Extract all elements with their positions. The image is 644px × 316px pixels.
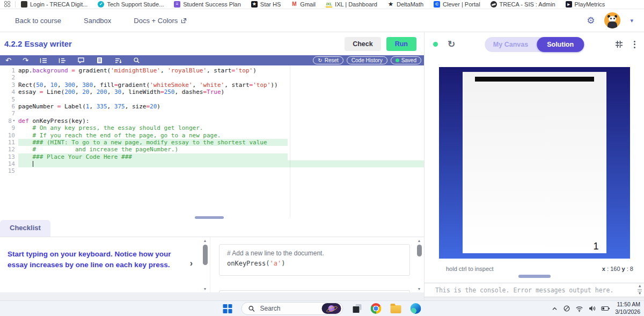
tab-my-canvas[interactable]: My Canvas: [485, 41, 537, 48]
avatar[interactable]: [604, 12, 620, 28]
sandbox-link[interactable]: Sandbox: [84, 17, 111, 25]
redo-icon[interactable]: ↷: [23, 57, 28, 64]
tray-chevron-up-icon[interactable]: [551, 305, 558, 312]
docs-colors-link[interactable]: Docs + Colors: [134, 17, 187, 25]
left-pane: 4.2.2 Essay writer Check Run ↶ ↷: [0, 32, 424, 300]
indent-more-icon[interactable]: [40, 57, 47, 64]
code-line[interactable]: 5: [0, 96, 424, 103]
editor-horizontal-scrollbar[interactable]: [195, 216, 224, 219]
account-dropdown-icon[interactable]: ▾: [630, 17, 633, 24]
code-text: essay = Line(200, 20, 200, 30, lineWidth…: [18, 89, 424, 95]
scrollbar-thumb[interactable]: [417, 245, 422, 256]
code-line[interactable]: 2: [0, 74, 424, 81]
canvas-horizontal-scrollbar[interactable]: [518, 275, 551, 278]
panda-eye-icon: [613, 18, 615, 19]
code-line[interactable]: 1app.background = gradient('midnightBlue…: [0, 67, 424, 74]
inspect-hint: hold ctrl to inspect: [446, 266, 494, 272]
line-number: 14: [0, 160, 18, 167]
speaker-icon[interactable]: [588, 305, 596, 312]
bookmark-clever[interactable]: CClever | Portal: [434, 1, 480, 8]
checklist-scrollbar[interactable]: ▲ ▼: [202, 239, 208, 291]
search-icon: [248, 305, 255, 312]
battery-icon[interactable]: [601, 305, 610, 312]
run-button[interactable]: Run: [386, 37, 416, 51]
bookmark-star-hs[interactable]: ★Star HS: [251, 1, 281, 8]
code-line[interactable]: 8▾def onKeyPress(key):: [0, 117, 424, 124]
reset-button[interactable]: ↻ Reset: [313, 56, 343, 64]
bookmark-playmetrics[interactable]: ▶PlayMetrics: [566, 1, 605, 8]
tab-checklist[interactable]: Checklist: [0, 220, 50, 237]
search-input[interactable]: Search: [241, 302, 343, 315]
wifi-icon[interactable]: [575, 305, 583, 312]
line-number: 9: [0, 124, 18, 131]
canvas-header: ↻ My Canvas Solution: [425, 32, 644, 56]
format-document-icon[interactable]: [96, 57, 103, 64]
code-editor[interactable]: 1app.background = gradient('midnightBlue…: [0, 65, 424, 220]
comment-icon[interactable]: [77, 57, 85, 64]
code-text: [18, 74, 424, 81]
panda-body-icon: [608, 21, 617, 28]
back-to-course-link[interactable]: Back to course: [15, 17, 61, 25]
scroll-down-icon[interactable]: ▼: [639, 292, 641, 296]
code-line[interactable]: 11 ### (HINT: To go to a new page, modif…: [0, 139, 424, 146]
grid-toggle-icon[interactable]: [614, 40, 624, 49]
bookmark-treca-login[interactable]: Login - TRECA Digit...: [21, 1, 87, 8]
scroll-down-icon[interactable]: ▼: [203, 287, 207, 291]
code-line[interactable]: 7: [0, 110, 424, 117]
search-icon[interactable]: [133, 57, 140, 64]
console-scrollbar[interactable]: ▲ ▼: [638, 284, 642, 296]
task-view-button[interactable]: [353, 304, 362, 313]
code-line[interactable]: 13 ### Place Your Code Here ###: [0, 153, 424, 160]
code-line[interactable]: 10 # If you reach the end of the page, g…: [0, 132, 424, 139]
undo-icon[interactable]: ↶: [5, 57, 11, 64]
scroll-up-icon[interactable]: ▲: [639, 284, 641, 288]
bookmark-ixl[interactable]: IXLIXL | Dashboard: [326, 1, 377, 8]
scrollbar-thumb[interactable]: [203, 245, 208, 265]
code-line[interactable]: 9 # On any key press, the essay should g…: [0, 124, 424, 131]
hint-comment: # Add a new line to the document.: [227, 249, 402, 257]
hint-scrollbar[interactable]: ▲ ▼: [416, 239, 422, 291]
scroll-up-icon[interactable]: ▲: [418, 239, 421, 242]
file-explorer-icon[interactable]: [391, 305, 401, 313]
edge-icon[interactable]: [411, 303, 421, 314]
bookmark-deltamath[interactable]: ★DeltaMath: [387, 1, 423, 8]
fold-arrow-icon[interactable]: ▾: [13, 117, 15, 124]
code-line[interactable]: 3Rect(50, 10, 300, 380, fill=gradient('w…: [0, 82, 424, 89]
tray-blocked-icon[interactable]: [563, 305, 570, 312]
gear-icon[interactable]: ⚙: [587, 15, 595, 26]
refresh-icon[interactable]: ↻: [448, 39, 455, 50]
sort-lines-icon[interactable]: [114, 57, 122, 64]
taskbar-clock[interactable]: 11:50 AM 3/10/2026: [615, 301, 640, 315]
console-output[interactable]: This is the console. Error messages outp…: [425, 283, 644, 297]
code-line[interactable]: 14: [0, 160, 424, 167]
chevron-right-icon[interactable]: ›: [190, 259, 193, 268]
bookmark-treca-sis[interactable]: TRECA - SIS : Admin: [491, 1, 555, 8]
hint-card-partial[interactable]: [219, 290, 410, 292]
hint-card[interactable]: # Add a new line to the document. onKeyP…: [219, 244, 410, 276]
main-area: 4.2.2 Essay writer Check Run ↶ ↷: [0, 32, 644, 300]
indent-less-icon[interactable]: [58, 57, 66, 64]
check-button[interactable]: Check: [345, 37, 381, 51]
saved-indicator[interactable]: Saved: [391, 56, 421, 64]
tab-solution[interactable]: Solution: [537, 37, 584, 52]
scroll-up-icon[interactable]: ▲: [203, 239, 207, 242]
bookmark-tech-support[interactable]: ✓Tech Support Stude...: [98, 1, 164, 8]
line-number: 5: [0, 96, 18, 103]
scroll-down-icon[interactable]: ▼: [418, 287, 421, 291]
app-canvas[interactable]: 1: [439, 67, 630, 259]
chrome-icon[interactable]: [371, 303, 382, 314]
code-line[interactable]: 4essay = Line(200, 20, 200, 30, lineWidt…: [0, 89, 424, 95]
checklist-item[interactable]: Start typing on your keyboard. Notice ho…: [8, 249, 185, 270]
apps-grid-icon[interactable]: [4, 1, 11, 8]
code-line[interactable]: 15: [0, 167, 424, 174]
kebab-menu-icon[interactable]: [633, 40, 636, 49]
code-text: [18, 96, 424, 103]
code-history-button[interactable]: Code History: [347, 56, 387, 64]
code-line[interactable]: 12 # and increase the pageNumber.): [0, 146, 424, 153]
code-text: Rect(50, 10, 300, 380, fill=gradient('wh…: [18, 82, 424, 89]
bookmark-student-success[interactable]: ≡Student Success Plan: [174, 1, 241, 8]
bookmark-gmail[interactable]: MGmail: [291, 1, 316, 8]
start-button[interactable]: [223, 304, 232, 313]
code-text: [18, 160, 424, 167]
code-line[interactable]: 6pageNumber = Label(1, 335, 375, size=20…: [0, 103, 424, 110]
